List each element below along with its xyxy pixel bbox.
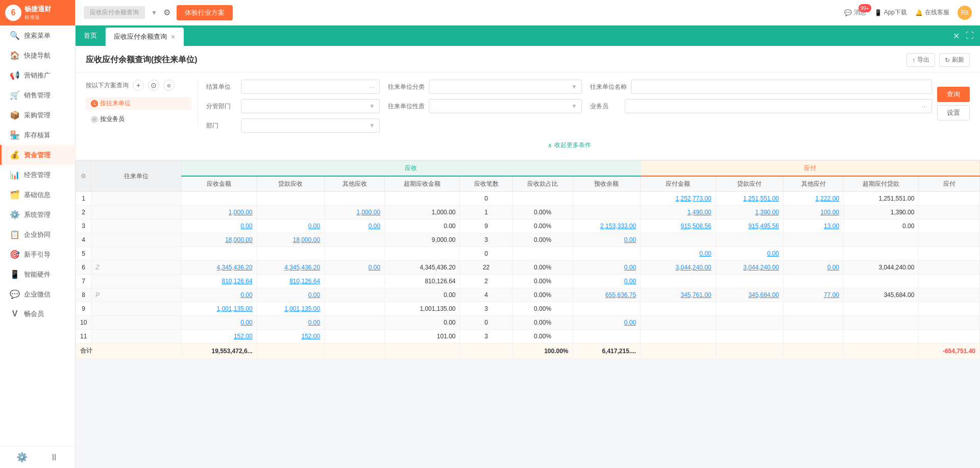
col-payable-extra: 应付 [919,176,980,192]
row-advance-balance: 655,636.75 [573,288,641,302]
dept-select[interactable]: ▼ [241,118,380,133]
table-container: ⚙ 往来单位 应收 应付 应收金额 贷款应收 其他应收 超期应收金额 应收笔数 … [76,160,980,359]
add-scheme-button[interactable]: + [133,80,144,91]
table-row: 3 0.00 0.00 0.00 0.00 9 0.00% 2,153,333.… [76,219,980,233]
row-payable-extra [919,316,980,330]
row-payable-extra [919,206,980,219]
row-loan-payable [716,316,783,330]
collapse-button[interactable]: ∧ 收起更多条件 [206,138,932,153]
sidebar-item-search[interactable]: 🔍 搜索菜单 [0,26,75,45]
sidebar-item-guide[interactable]: 🎯 新手引导 [0,244,75,264]
managing-dept-select[interactable]: ▼ [241,99,380,113]
settings-bottom-icon[interactable]: ⚙️ [16,452,28,463]
sidebar-item-nav[interactable]: 🏠 快捷导航 [0,45,75,65]
row-loan-receivable: 1,001,135.00 [257,302,325,316]
row-loan-receivable: 0.00 [257,219,325,233]
table-row: 4 18,000.00 18,000.00 9,000.00 3 0.00% 0… [76,233,980,247]
dept-chevron: ▼ [369,122,375,129]
row-num: 4 [76,233,91,247]
row-overdue-payable [844,275,919,288]
row-payable-extra [919,330,980,343]
app-download-item[interactable]: 📱 App下载 [874,8,907,17]
user-avatar: Rit [958,6,972,20]
row-overdue-payable [844,316,919,330]
col-receivable-amount: 应收金额 [182,176,257,192]
row-num: 9 [76,302,91,316]
sidebar-item-marketing[interactable]: 📢 营销推广 [0,65,75,85]
tab-home[interactable]: 首页 [76,26,106,46]
row-overdue-receivable [385,247,460,261]
trade-nature-chevron: ▼ [571,103,577,110]
sidebar-bottom: ⚙️ ⏸ [0,446,75,468]
row-num: 3 [76,219,91,233]
row-overdue-payable: 3,044,240.00 [844,261,919,275]
row-other-receivable [325,302,385,316]
trade-nature-select[interactable]: ▼ [429,99,582,113]
row-loan-payable [716,302,783,316]
row-loan-payable: 915,495.56 [716,219,783,233]
online-service-item[interactable]: 🔔 在线客服 [915,8,949,17]
finance-icon: 💰 [10,150,20,160]
sidebar-item-operations[interactable]: 📊 经营管理 [0,165,75,185]
scheme-collapse-icon[interactable]: « [163,80,175,91]
row-other-payable: 100.00 [783,206,844,219]
user-info[interactable]: Rit [958,6,972,20]
filter-row-1: 结算单位 ··· 往来单位分类 ▼ [206,80,932,94]
col-receivable-ratio: 应收款占比 [512,176,573,192]
sidebar-item-wechat[interactable]: 💬 企业微信 [0,284,75,304]
hardware-icon: 📱 [10,269,20,279]
trade-category-select[interactable]: ▼ [429,80,582,94]
scheme-option-salesperson[interactable]: ○ 按业务员 [86,113,191,126]
wechat-icon: 💬 [10,289,20,299]
sidebar-item-enterprise[interactable]: 📋 企业协同 [0,225,75,244]
row-num: 2 [76,206,91,219]
logo-text: 畅捷通财 标准版 [24,5,51,21]
row-payable-extra [919,275,980,288]
sidebar-item-sales[interactable]: 🛒 销售管理 [0,85,75,105]
row-payable-extra [919,233,980,247]
sidebar-item-hardware[interactable]: 📱 智能硬件 [0,264,75,284]
trade-name-input[interactable] [631,80,932,94]
scheme-settings-icon[interactable]: ⊙ [148,80,159,91]
sidebar-item-inventory[interactable]: 🏪 库存核算 [0,125,75,145]
row-num: 7 [76,275,91,288]
row-receivable-amount: 4,345,436.20 [182,261,257,275]
sidebar-item-basic-info[interactable]: 🗂️ 基础信息 [0,185,75,205]
row-num: 10 [76,316,91,330]
table-settings-icon[interactable]: ⚙ [76,161,91,192]
promote-button[interactable]: 体验行业方案 [177,5,233,20]
sidebar-item-member[interactable]: V 畅会员 [0,304,75,324]
tab-receivable[interactable]: 应收应付余额查询 × [106,28,184,46]
row-receivable-amount: 0.00 [182,316,257,330]
collapse-icon[interactable]: ⏸ [50,452,59,463]
message-item[interactable]: 💬 消息 99+ [844,8,866,17]
col-header-trade-unit: 往来单位 [91,161,182,192]
scheme-option-unit[interactable]: ① 按往来单位 [86,97,191,110]
row-overdue-payable [844,233,919,247]
maximize-icon[interactable]: ⛶ [966,31,974,40]
row-receivable-count: 2 [460,275,512,288]
settlement-unit-select[interactable]: ··· [241,80,380,94]
table-row: 2 1,000.00 1,000.00 1,000.00 1 0.00% 1,4… [76,206,980,219]
filter-scheme: 按以下方案查询 + ⊙ « [86,80,191,91]
sidebar-item-system[interactable]: ⚙️ 系统管理 [0,205,75,225]
sidebar-item-finance[interactable]: 💰 资金管理 [0,145,75,165]
row-overdue-payable: 345,684.00 [844,288,919,302]
row-overdue-receivable: 0.00 [385,316,460,330]
tab-close-icon[interactable]: × [171,33,175,41]
row-receivable-amount [182,192,257,206]
query-button[interactable]: 查询 [937,87,970,102]
salesperson-input[interactable]: ··· [625,99,932,113]
row-receivable-amount: 152.00 [182,330,257,343]
topbar-gear-icon[interactable]: ⚙ [163,8,170,17]
col-loan-payable: 贷款应付 [716,176,783,192]
row-overdue-receivable: 1,000.00 [385,206,460,219]
settings-button[interactable]: 设置 [937,105,970,120]
refresh-button[interactable]: ↻ 刷新 [939,53,970,67]
row-loan-payable: 3,044,240.00 [716,261,783,275]
col-header-receivable: 应收 [182,161,641,177]
close-window-icon[interactable]: ✕ [953,31,960,41]
sidebar-item-purchase[interactable]: 📦 采购管理 [0,105,75,125]
topbar-dropdown-arrow[interactable]: ▼ [151,9,157,16]
export-button[interactable]: ↑ 导出 [906,53,935,67]
